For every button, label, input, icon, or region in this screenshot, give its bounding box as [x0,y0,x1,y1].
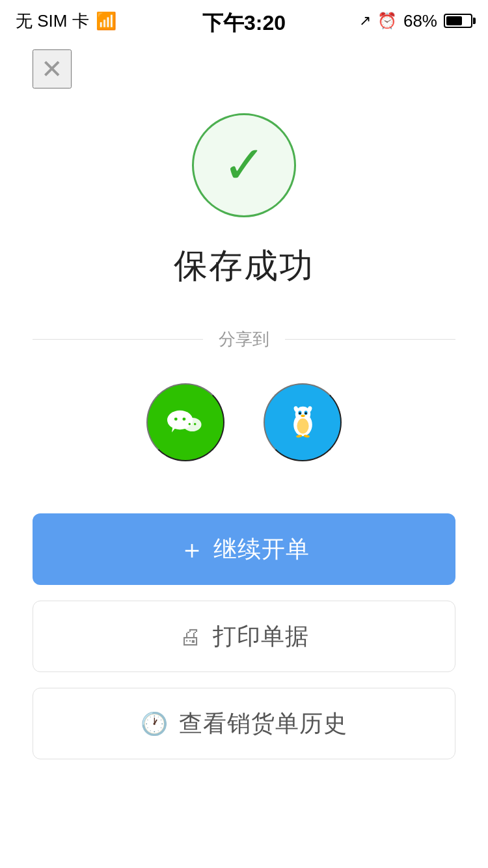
svg-point-2 [174,418,178,421]
checkmark-icon: ✓ [223,139,266,191]
share-label: 分享到 [203,328,285,351]
svg-point-11 [299,412,301,414]
history-label: 查看销货单历史 [179,708,347,740]
close-icon: ✕ [41,54,63,84]
svg-point-12 [305,412,306,414]
status-left: 无 SIM 卡 📶 [16,10,116,33]
print-button[interactable]: 🖨 打印单据 [33,601,455,672]
wifi-icon: 📶 [96,11,116,31]
print-label: 打印单据 [213,621,309,653]
battery-bar [444,14,472,28]
share-line-right [285,339,455,340]
printer-icon: 🖨 [180,624,202,649]
alarm-icon: ⏰ [377,12,397,30]
main-content: ✓ 保存成功 分享到 [0,42,488,759]
continue-button[interactable]: ＋ 继续开单 [33,513,455,585]
qq-share-button[interactable] [264,383,342,461]
share-section: 分享到 [33,328,455,351]
plus-icon: ＋ [179,536,206,562]
wechat-share-button[interactable] [146,383,224,461]
success-title: 保存成功 [174,243,314,289]
share-icons [146,383,342,461]
battery-container [444,14,472,28]
svg-point-4 [189,423,191,426]
status-right: ↗ ⏰ 68% [359,11,472,31]
svg-point-14 [297,418,308,433]
sim-status: 无 SIM 卡 [16,10,89,33]
continue-label: 继续开单 [213,534,310,565]
success-circle: ✓ [192,113,296,217]
location-icon: ↗ [359,12,371,29]
share-line-left [33,339,203,340]
close-button[interactable]: ✕ [33,49,72,88]
status-time: 下午3:20 [202,9,286,38]
battery-fill [446,16,462,25]
button-group: ＋ 继续开单 🖨 打印单据 🕐 查看销货单历史 [33,513,455,759]
clock-icon: 🕐 [141,711,169,737]
wechat-logo [163,400,208,445]
qq-logo [282,401,324,444]
history-button[interactable]: 🕐 查看销货单历史 [33,688,455,759]
svg-point-1 [183,418,202,431]
battery-percent: 68% [403,11,437,31]
status-bar: 无 SIM 卡 📶 下午3:20 ↗ ⏰ 68% [0,0,488,42]
svg-point-5 [194,423,197,426]
svg-point-13 [301,414,305,417]
svg-point-3 [182,418,185,421]
